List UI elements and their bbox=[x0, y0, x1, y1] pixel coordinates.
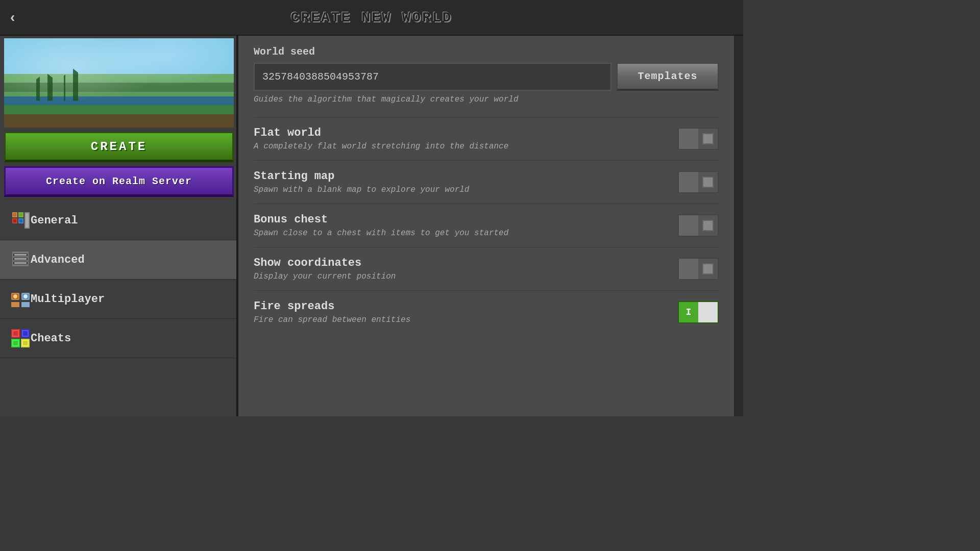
setting-desc-starting-map: Spawn with a blank map to explore your w… bbox=[254, 185, 668, 194]
toggle-off-left bbox=[679, 129, 698, 149]
setting-desc-flat-world: A completely flat world stretching into … bbox=[254, 142, 668, 151]
setting-title-fire-spreads: Fire spreads bbox=[254, 300, 668, 313]
setting-row-starting-map: Starting mapSpawn with a blank map to ex… bbox=[254, 160, 719, 204]
create-button[interactable]: CREATE bbox=[4, 132, 234, 162]
toggle-off-right bbox=[698, 215, 718, 236]
sidebar-item-advanced[interactable]: Advanced bbox=[0, 240, 237, 280]
sidebar-item-cheats[interactable]: Cheats bbox=[0, 319, 237, 358]
setting-desc-bonus-chest: Spawn close to a chest with items to get… bbox=[254, 229, 668, 238]
toggle-square bbox=[702, 220, 714, 231]
setting-row-show-coordinates: Show coordinatesDisplay your current pos… bbox=[254, 247, 719, 290]
general-icon bbox=[10, 210, 31, 231]
page-title: CREATE NEW WORLD bbox=[291, 10, 453, 26]
multiplayer-icon bbox=[10, 289, 31, 309]
toggle-fire-spreads[interactable]: I bbox=[678, 301, 719, 323]
svg-rect-26 bbox=[11, 302, 19, 307]
sidebar-item-general[interactable]: General bbox=[0, 201, 237, 240]
svg-rect-39 bbox=[23, 341, 28, 345]
setting-title-flat-world: Flat world bbox=[254, 127, 668, 139]
toggle-square bbox=[702, 177, 714, 188]
sidebar-label-general: General bbox=[31, 214, 78, 227]
setting-info-fire-spreads: Fire spreadsFire can spread between enti… bbox=[254, 300, 678, 324]
seed-input[interactable] bbox=[254, 63, 611, 91]
toggle-show-coordinates[interactable] bbox=[678, 258, 719, 280]
toggle-bonus-chest[interactable] bbox=[678, 214, 719, 237]
svg-rect-10 bbox=[26, 213, 29, 228]
sidebar-item-multiplayer[interactable]: Multiplayer bbox=[0, 280, 237, 319]
setting-row-flat-world: Flat worldA completely flat world stretc… bbox=[254, 117, 719, 160]
seed-row: Templates bbox=[254, 63, 719, 91]
svg-rect-16 bbox=[14, 258, 27, 260]
toggle-off-left bbox=[679, 259, 698, 279]
toggle-off-right bbox=[698, 259, 718, 279]
header: ‹ CREATE NEW WORLD bbox=[0, 0, 743, 36]
world-preview bbox=[4, 38, 234, 128]
svg-point-25 bbox=[23, 294, 28, 298]
right-panel: World seed Templates Guides the algorith… bbox=[238, 36, 734, 416]
toggle-off-left bbox=[679, 172, 698, 192]
setting-desc-fire-spreads: Fire can spread between entities bbox=[254, 315, 668, 324]
toggle-switch-off[interactable] bbox=[678, 128, 719, 150]
toggle-off-right bbox=[698, 129, 718, 149]
svg-rect-6 bbox=[13, 219, 16, 222]
advanced-icon bbox=[10, 249, 31, 270]
toggle-switch-on[interactable]: I bbox=[678, 301, 719, 323]
toggle-switch-off[interactable] bbox=[678, 214, 719, 237]
templates-button[interactable]: Templates bbox=[617, 63, 719, 91]
toggle-square bbox=[702, 133, 714, 144]
settings-list: Flat worldA completely flat world stretc… bbox=[254, 117, 719, 334]
setting-row-fire-spreads: Fire spreadsFire can spread between enti… bbox=[254, 290, 719, 334]
svg-rect-33 bbox=[23, 331, 28, 336]
seed-hint: Guides the algorithm that magically crea… bbox=[254, 95, 719, 104]
svg-rect-30 bbox=[13, 331, 18, 336]
toggle-off-left bbox=[679, 215, 698, 236]
svg-rect-18 bbox=[14, 262, 27, 264]
setting-info-bonus-chest: Bonus chestSpawn close to a chest with i… bbox=[254, 213, 678, 238]
setting-title-bonus-chest: Bonus chest bbox=[254, 213, 668, 226]
scrollbar-track[interactable] bbox=[734, 36, 743, 416]
realm-server-button[interactable]: Create on Realm Server bbox=[4, 166, 234, 197]
svg-rect-36 bbox=[13, 341, 18, 345]
setting-desc-show-coordinates: Display your current position bbox=[254, 272, 668, 281]
back-button[interactable]: ‹ bbox=[10, 9, 15, 26]
svg-rect-19 bbox=[12, 266, 29, 268]
svg-rect-8 bbox=[19, 219, 22, 222]
setting-row-bonus-chest: Bonus chestSpawn close to a chest with i… bbox=[254, 204, 719, 247]
seed-label: World seed bbox=[254, 46, 719, 58]
left-panel: CREATE Create on Realm Server General bbox=[0, 36, 237, 416]
setting-info-show-coordinates: Show coordinatesDisplay your current pos… bbox=[254, 257, 678, 281]
sidebar-label-cheats: Cheats bbox=[31, 332, 71, 345]
svg-rect-4 bbox=[19, 213, 22, 216]
setting-title-show-coordinates: Show coordinates bbox=[254, 257, 668, 269]
svg-point-22 bbox=[13, 294, 17, 298]
toggle-on-indicator: I bbox=[679, 302, 698, 322]
sidebar-label-multiplayer: Multiplayer bbox=[31, 293, 105, 306]
svg-rect-14 bbox=[14, 254, 27, 256]
toggle-square bbox=[702, 263, 714, 274]
svg-rect-2 bbox=[14, 214, 15, 215]
toggle-off-right bbox=[698, 172, 718, 192]
setting-title-starting-map: Starting map bbox=[254, 170, 668, 183]
toggle-switch-off[interactable] bbox=[678, 258, 719, 280]
seed-section: World seed Templates Guides the algorith… bbox=[254, 46, 719, 104]
svg-rect-27 bbox=[21, 302, 30, 307]
toggle-on-right bbox=[698, 302, 718, 322]
toggle-starting-map[interactable] bbox=[678, 171, 719, 193]
setting-info-flat-world: Flat worldA completely flat world stretc… bbox=[254, 127, 678, 151]
toggle-switch-off[interactable] bbox=[678, 171, 719, 193]
cheats-icon bbox=[10, 328, 31, 348]
setting-info-starting-map: Starting mapSpawn with a blank map to ex… bbox=[254, 170, 678, 194]
toggle-flat-world[interactable] bbox=[678, 128, 719, 150]
sidebar-label-advanced: Advanced bbox=[31, 254, 85, 266]
